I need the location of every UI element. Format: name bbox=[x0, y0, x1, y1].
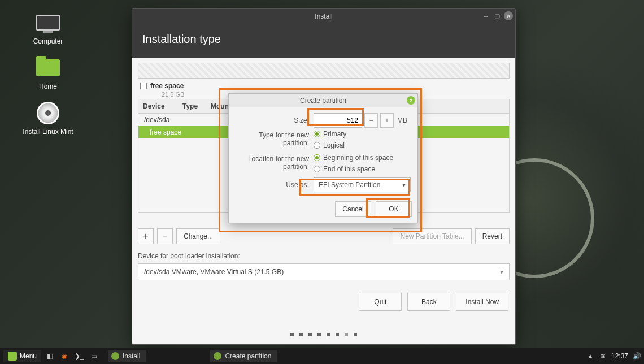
revert-button[interactable]: Revert bbox=[475, 228, 510, 244]
bootloader-select[interactable]: /dev/sda VMware, VMware Virtual S (21.5 … bbox=[138, 263, 510, 280]
monitor-icon bbox=[36, 15, 60, 31]
volume-icon[interactable]: 🔊 bbox=[633, 352, 641, 360]
useas-value: EFI System Partition bbox=[319, 181, 380, 189]
bootloader-value: /dev/sda VMware, VMware Virtual S (21.5 … bbox=[144, 268, 284, 276]
legend-size: 21.5 GB bbox=[162, 91, 184, 98]
disc-icon bbox=[37, 102, 59, 124]
taskbar-task-create-partition[interactable]: Create partition bbox=[210, 350, 277, 362]
size-decrement-button[interactable]: − bbox=[364, 113, 378, 128]
dialog-title: Create partition bbox=[300, 97, 346, 105]
legend-name: free space bbox=[150, 82, 184, 90]
desktop-icon-label: Home bbox=[17, 83, 79, 90]
network-icon[interactable]: ≋ bbox=[599, 352, 607, 360]
radio-logical[interactable]: Logical bbox=[314, 141, 346, 149]
show-desktop-button[interactable]: ◧ bbox=[43, 350, 56, 362]
menu-label: Menu bbox=[20, 352, 37, 360]
progress-dots bbox=[132, 319, 515, 344]
col-type: Type bbox=[178, 99, 206, 113]
desktop-icon-home[interactable]: Home bbox=[17, 57, 79, 90]
size-input[interactable] bbox=[314, 113, 362, 128]
folder-icon bbox=[36, 59, 60, 76]
size-unit: MB bbox=[397, 116, 407, 124]
radio-icon bbox=[314, 142, 320, 149]
size-label: Size: bbox=[234, 116, 314, 124]
taskbar: Menu ◧ ◉ ❯_ ▭ Install Create partition ▲… bbox=[0, 348, 644, 364]
useas-select[interactable]: EFI System Partition ▾ bbox=[314, 177, 411, 192]
new-partition-table-button[interactable]: New Partition Table... bbox=[393, 228, 471, 244]
location-label: Location for the new partition: bbox=[234, 154, 314, 171]
chevron-down-icon: ▾ bbox=[402, 181, 406, 189]
cancel-button[interactable]: Cancel bbox=[335, 201, 371, 217]
start-menu-button[interactable]: Menu bbox=[3, 350, 41, 362]
desktop-icon-label: Install Linux Mint bbox=[17, 128, 79, 136]
bootloader-label: Device for boot loader installation: bbox=[138, 252, 510, 260]
radio-beginning[interactable]: Beginning of this space bbox=[314, 154, 393, 162]
add-partition-button[interactable]: + bbox=[138, 228, 154, 244]
install-now-button[interactable]: Install Now bbox=[456, 293, 508, 311]
radio-icon bbox=[314, 154, 320, 161]
window-maximize-button[interactable]: ▢ bbox=[493, 11, 502, 20]
window-close-button[interactable]: ✕ bbox=[504, 11, 513, 20]
change-partition-button[interactable]: Change... bbox=[176, 228, 220, 244]
legend-swatch bbox=[140, 83, 147, 89]
back-button[interactable]: Back bbox=[407, 293, 450, 311]
radio-end[interactable]: End of this space bbox=[314, 165, 393, 173]
radio-icon bbox=[314, 166, 320, 172]
create-partition-dialog: Create partition ✕ Size: − + MB Type for… bbox=[228, 93, 418, 223]
terminal-launcher[interactable]: ❯_ bbox=[73, 350, 85, 362]
files-launcher[interactable]: ▭ bbox=[88, 350, 100, 362]
task-label: Create partition bbox=[225, 352, 271, 360]
dialog-titlebar[interactable]: Create partition ✕ bbox=[229, 94, 417, 107]
chevron-down-icon: ▾ bbox=[500, 268, 503, 276]
col-device: Device bbox=[138, 99, 178, 113]
type-label: Type for the new partition: bbox=[234, 130, 314, 147]
app-icon bbox=[214, 352, 221, 360]
task-label: Install bbox=[123, 352, 140, 360]
firefox-launcher[interactable]: ◉ bbox=[58, 350, 71, 362]
app-icon bbox=[111, 352, 119, 360]
radio-primary[interactable]: Primary bbox=[314, 130, 346, 138]
taskbar-task-install[interactable]: Install bbox=[108, 350, 146, 362]
user-icon[interactable]: ▲ bbox=[586, 352, 594, 360]
window-title: Install bbox=[315, 12, 332, 20]
dialog-close-button[interactable]: ✕ bbox=[407, 96, 415, 105]
window-titlebar[interactable]: Install – ▢ ✕ bbox=[132, 9, 515, 24]
size-increment-button[interactable]: + bbox=[380, 113, 394, 128]
page-heading: Installation type bbox=[132, 24, 515, 58]
useas-label: Use as: bbox=[234, 181, 314, 189]
taskbar-clock[interactable]: 12:37 bbox=[611, 352, 628, 360]
remove-partition-button[interactable]: − bbox=[157, 228, 173, 244]
desktop-icon-install[interactable]: Install Linux Mint bbox=[17, 102, 79, 136]
desktop-icon-computer[interactable]: Computer bbox=[17, 11, 79, 45]
radio-icon bbox=[314, 131, 320, 137]
mint-logo-icon bbox=[8, 352, 17, 361]
disk-usage-bar[interactable] bbox=[138, 63, 510, 79]
ok-button[interactable]: OK bbox=[376, 201, 412, 217]
desktop-icon-label: Computer bbox=[17, 37, 79, 45]
quit-button[interactable]: Quit bbox=[359, 293, 402, 311]
window-minimize-button[interactable]: – bbox=[481, 11, 490, 20]
